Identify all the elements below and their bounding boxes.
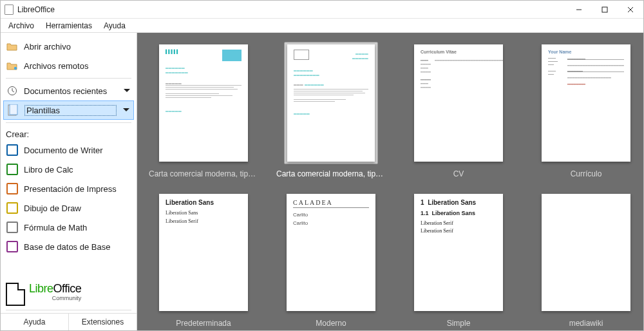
template-caption: mediawiki (531, 319, 641, 328)
templates[interactable]: Plantillas (3, 100, 134, 120)
template-mediawiki[interactable]: mediawiki (531, 191, 641, 328)
separator (6, 78, 131, 79)
template-caption: Currículo (531, 169, 641, 178)
libreoffice-logo: LibreOffice Community (1, 280, 137, 307)
create-impress[interactable]: Presentación de Impress (1, 179, 137, 198)
create-heading: Crear: (1, 126, 137, 140)
svg-point-4 (14, 67, 17, 70)
menu-tools[interactable]: Herramientas (41, 20, 97, 32)
menu-help[interactable]: Ayuda (99, 20, 131, 32)
template-caption: CV (404, 169, 513, 178)
separator (6, 310, 131, 310)
separator (6, 122, 131, 123)
template-caption: Moderno (276, 319, 386, 328)
template-caption: Predeterminada (149, 319, 258, 328)
close-button[interactable] (618, 1, 643, 19)
sidebar-footer: Ayuda Extensiones (1, 313, 137, 330)
folder-remote-icon (6, 60, 19, 71)
logo-doc-icon (6, 283, 25, 306)
writer-icon (6, 144, 19, 156)
template-letter-serif[interactable]: ▁▁▁▁▁▁▁▁▁ ▁▁▁▁▁▁ ▁▁▁▁▁▁▁▁ ▁▁▁ ▁▁▁▁▁▁ ▁▁▁… (276, 42, 386, 178)
templates-icon (6, 104, 19, 116)
titlebar: LibreOffice (1, 1, 643, 19)
create-calc[interactable]: Libro de Calc (1, 160, 137, 179)
window-title: LibreOffice (17, 5, 55, 14)
remote-files[interactable]: Archivos remotos (1, 56, 137, 75)
create-draw[interactable]: Dibujo de Draw (1, 198, 137, 218)
chevron-down-icon[interactable] (122, 89, 131, 93)
draw-icon (6, 202, 19, 214)
sidebar: Abrir archivo Archivos remotos Documento… (1, 33, 137, 330)
template-caption: Simple (404, 319, 513, 328)
template-cv[interactable]: Curriculum Vitae ▁▁▁▁▁▁▁▁▁▁▁▁▁▁▁▁▁▁▁▁▁▁▁… (404, 42, 513, 178)
template-simple[interactable]: 1 Liberation Sans 1.1 Liberation Sans Li… (404, 191, 513, 328)
template-caption: Carta comercial moderna, tipografía… (276, 169, 386, 178)
minimize-button[interactable] (566, 1, 592, 19)
template-modern[interactable]: CALADEA Carlito Carlito Moderno (276, 191, 386, 328)
impress-icon (6, 183, 19, 194)
folder-open-icon (6, 41, 19, 52)
math-icon (6, 222, 19, 233)
footer-help[interactable]: Ayuda (1, 314, 68, 330)
menu-file[interactable]: Archivo (3, 20, 39, 32)
chevron-down-icon[interactable] (122, 108, 131, 112)
template-curriculum[interactable]: Your Name ▁▁▁▁▁▁▁▁▁▁▁▁▁▁▁▁▁▁▁ ▁▁▁▁▁▁▁ ▁▁… (531, 42, 641, 178)
templates-panel: ▌▌▌▌▌ ▁▁▁▁▁▁ ▁▁▁▁▁▁▁ ▁▁▁▁▁ ▁▁▁▁▁ Carta c… (137, 33, 643, 330)
open-file[interactable]: Abrir archivo (1, 37, 137, 56)
svg-rect-1 (602, 7, 607, 12)
calc-icon (6, 164, 19, 175)
create-math[interactable]: Fórmula de Math (1, 218, 137, 237)
footer-extensions[interactable]: Extensiones (68, 314, 137, 330)
create-base[interactable]: Base de datos de Base (1, 237, 137, 256)
app-icon (5, 5, 14, 15)
recent-documents[interactable]: Documentos recientes (1, 81, 137, 100)
create-writer[interactable]: Documento de Writer (1, 140, 137, 160)
clock-icon (6, 85, 19, 97)
svg-rect-7 (10, 104, 17, 115)
maximize-button[interactable] (592, 1, 618, 19)
template-letter-sans[interactable]: ▌▌▌▌▌ ▁▁▁▁▁▁ ▁▁▁▁▁▁▁ ▁▁▁▁▁ ▁▁▁▁▁ Carta c… (149, 42, 258, 178)
menubar: Archivo Herramientas Ayuda (1, 19, 643, 33)
template-default[interactable]: Liberation Sans Liberation Sans Liberati… (149, 191, 258, 328)
templates-label: Plantillas (24, 105, 117, 116)
base-icon (6, 241, 19, 252)
template-caption: Carta comercial moderna, tipografía… (149, 169, 258, 178)
